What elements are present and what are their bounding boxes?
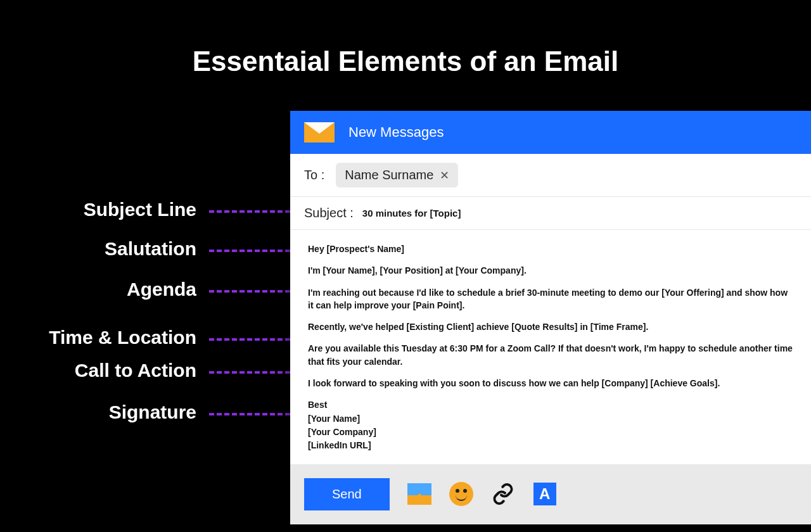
connector-line <box>209 338 290 341</box>
connector-line <box>209 250 290 252</box>
page-title: Essentaial Elements of an Email <box>0 0 811 77</box>
subject-row: Subject : 30 minutes for [Topic] <box>290 197 811 230</box>
recipient-name: Name Surname <box>345 168 433 182</box>
email-header: New Messages <box>290 111 811 154</box>
label-salutation: Salutation <box>105 238 196 260</box>
to-label: To : <box>304 168 324 182</box>
label-call-to-action: Call to Action <box>75 360 196 381</box>
email-compose-window: New Messages To : Name Surname ✕ Subject… <box>290 111 811 524</box>
connector-line <box>209 290 290 293</box>
insert-image-icon[interactable] <box>407 482 431 506</box>
recipient-chip[interactable]: Name Surname ✕ <box>336 163 458 187</box>
signature-link: [LinkedIn URL] <box>308 439 793 452</box>
email-body[interactable]: Hey [Prospect's Name] I'm [Your Name], [… <box>290 230 811 464</box>
body-proof: Recently, we've helped [Existing Client]… <box>308 320 793 333</box>
body-intro: I'm [Your Name], [Your Position] at [You… <box>308 264 793 277</box>
insert-emoji-icon[interactable] <box>449 482 473 506</box>
label-signature: Signature <box>109 402 196 423</box>
signature-signoff: Best <box>308 398 793 411</box>
body-time: Are you available this Tuesday at 6:30 P… <box>308 342 793 368</box>
subject-input[interactable]: 30 minutes for [Topic] <box>362 208 461 218</box>
body-agenda: I'm reaching out because I'd like to sch… <box>308 286 793 312</box>
insert-link-icon[interactable] <box>491 482 515 506</box>
signature-company: [Your Company] <box>308 426 793 438</box>
body-cta: I look forward to speaking with you soon… <box>308 377 793 390</box>
label-subject-line: Subject Line <box>84 199 196 220</box>
remove-recipient-icon[interactable]: ✕ <box>440 168 449 182</box>
signature-name: [Your Name] <box>308 412 793 425</box>
mail-icon <box>304 122 335 142</box>
label-agenda: Agenda <box>127 279 196 300</box>
to-row: To : Name Surname ✕ <box>290 154 811 197</box>
connector-line <box>209 413 290 415</box>
connector-line <box>209 210 290 213</box>
text-format-icon[interactable]: A <box>533 482 557 506</box>
connector-line <box>209 371 290 374</box>
compose-toolbar: Send A <box>290 464 811 524</box>
label-time-location: Time & Location <box>49 327 196 348</box>
subject-label: Subject : <box>304 206 354 220</box>
email-header-title: New Messages <box>348 124 444 141</box>
send-button[interactable]: Send <box>304 478 390 510</box>
body-greeting: Hey [Prospect's Name] <box>308 243 793 255</box>
